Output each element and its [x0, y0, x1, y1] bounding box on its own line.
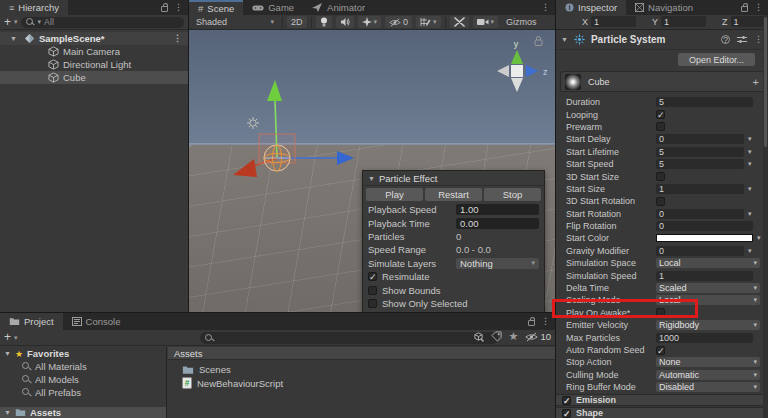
tab-scene[interactable]: # Scene	[189, 0, 243, 15]
start-lifetime-field[interactable]: 5	[656, 147, 744, 157]
effects-dropdown-button[interactable]: ▾	[358, 16, 382, 28]
simulate-layers-dropdown[interactable]: Nothing▾	[456, 258, 539, 269]
start-delay-field[interactable]: 0	[656, 134, 744, 144]
curve-dropdown-caret-icon[interactable]: ▾	[748, 135, 752, 143]
add-module-icon[interactable]: +	[753, 76, 759, 88]
culling-mode-dropdown[interactable]: Automatic▾	[656, 370, 760, 380]
flip-rotation-field[interactable]: 0	[656, 221, 753, 231]
pfx-check-show-bounds[interactable]: Show Bounds	[363, 283, 544, 296]
add-object-button[interactable]: +	[4, 16, 11, 28]
auto-random-seed-checkbox[interactable]: ✓	[656, 346, 665, 355]
hierarchy-item-main-camera[interactable]: Main Camera	[0, 45, 188, 58]
delta-time-dropdown[interactable]: Scaled▾	[656, 283, 760, 293]
color-dropdown-caret-icon[interactable]: ▾	[757, 234, 761, 242]
add-object-caret[interactable]: ▾	[14, 18, 18, 26]
camera-dropdown-button[interactable]: ▾	[473, 16, 499, 28]
tab-console[interactable]: Console	[63, 313, 130, 330]
ring-buffer-mode-dropdown[interactable]: Disabled▾	[656, 382, 760, 392]
gravity-modifier-field[interactable]: 0	[656, 246, 744, 256]
hierarchy-search-input[interactable]: ▾ All	[21, 17, 184, 28]
audio-toggle-button[interactable]	[336, 16, 354, 28]
menu-kebab-icon[interactable]: ⋮	[174, 3, 183, 12]
scene-menu-kebab-icon[interactable]: ⋮	[173, 34, 182, 43]
tab-inspector[interactable]: i Inspector	[556, 0, 626, 15]
shading-mode-dropdown[interactable]: Shaded ▾	[192, 16, 278, 28]
component-menu-kebab-icon[interactable]: ⋮	[754, 35, 763, 44]
help-icon[interactable]: ?	[721, 35, 730, 44]
curve-dropdown-caret-icon[interactable]: ▾	[748, 210, 752, 218]
assets-root-row[interactable]: ▼ Assets	[0, 407, 166, 418]
shape-checkbox[interactable]: ✓	[562, 409, 571, 418]
menu-kebab-icon[interactable]: ⋮	[754, 3, 763, 12]
tab-project[interactable]: Project	[0, 313, 63, 330]
play-button[interactable]: Play	[366, 188, 423, 201]
emission-checkbox[interactable]: ✓	[562, 396, 571, 405]
start-size-field[interactable]: 1	[656, 184, 744, 194]
3d-start-rotation-checkbox[interactable]	[656, 197, 665, 206]
tab-animator[interactable]: Animator	[303, 0, 374, 15]
max-particles-field[interactable]: 1000	[656, 333, 753, 343]
pfx-foldout-icon[interactable]: ▼	[368, 175, 375, 182]
simulation-space-dropdown[interactable]: Local▾	[656, 258, 760, 268]
favorite-all-prefabs[interactable]: All Prefabs	[0, 386, 166, 399]
tab-game[interactable]: Game	[243, 0, 303, 15]
curve-dropdown-caret-icon[interactable]: ▾	[748, 185, 752, 193]
curve-dropdown-caret-icon[interactable]: ▾	[748, 247, 752, 255]
open-editor-button[interactable]: Open Editor...	[678, 53, 755, 66]
component-tools-button[interactable]	[450, 16, 469, 28]
simulation-speed-field[interactable]: 1	[656, 271, 753, 281]
y-field[interactable]: 1	[661, 16, 706, 27]
resimulate-checkbox[interactable]: ✓	[368, 272, 377, 281]
foldout-icon[interactable]: ▼	[10, 35, 17, 42]
presets-icon[interactable]	[737, 35, 747, 44]
hierarchy-scene-row[interactable]: ▼ SampleScene* ⋮	[0, 32, 188, 45]
scrollbar-thumb[interactable]	[764, 17, 767, 147]
project-search-input[interactable]	[200, 332, 498, 344]
prewarm-checkbox[interactable]	[656, 122, 665, 131]
asset-scenes[interactable]: Scenes	[168, 363, 555, 377]
favorite-all-materials[interactable]: All Materials	[0, 360, 166, 373]
show-bounds-checkbox[interactable]	[368, 286, 377, 295]
stop-action-dropdown[interactable]: None▾	[656, 357, 760, 367]
tab-navigation[interactable]: Navigation	[626, 0, 702, 15]
lock-icon[interactable]	[161, 6, 168, 12]
favorites-root[interactable]: ▼ ★ Favorites	[0, 347, 166, 360]
particle-module-header[interactable]: Cube +	[560, 71, 764, 92]
component-foldout-icon[interactable]: ▼	[561, 36, 568, 43]
lock-icon[interactable]	[741, 6, 748, 12]
scene-menu-kebab-icon[interactable]: ⋮	[541, 3, 550, 12]
search-by-label-icon[interactable]	[491, 331, 502, 342]
duration-field[interactable]: 5	[656, 97, 753, 107]
asset-newbehaviourscript[interactable]: #NewBehaviourScript	[168, 377, 555, 391]
looping-checkbox[interactable]: ✓	[656, 110, 665, 119]
gizmos-dropdown[interactable]: Gizmos	[502, 16, 541, 28]
emitter-velocity-dropdown[interactable]: Rigidbody▾	[656, 320, 760, 330]
hierarchy-item-cube[interactable]: Cube	[0, 71, 188, 84]
play-on-awake-checkbox[interactable]	[656, 308, 665, 317]
grid-snap-dropdown-button[interactable]: ▾	[416, 16, 441, 28]
3d-start-size-checkbox[interactable]	[656, 172, 665, 181]
scaling-mode-dropdown[interactable]: Local▾	[656, 295, 760, 305]
show-only-selected-checkbox[interactable]	[368, 299, 377, 308]
favorite-all-models[interactable]: All Models	[0, 373, 166, 386]
hierarchy-item-directional-light[interactable]: Directional Light	[0, 58, 188, 71]
lighting-toggle-button[interactable]	[316, 16, 332, 28]
favorites-star-icon[interactable]: ★	[509, 331, 519, 342]
curve-dropdown-caret-icon[interactable]: ▾	[748, 160, 752, 168]
start-color-swatch[interactable]	[656, 234, 753, 242]
scene-viewport[interactable]: y z ▼ Particle Effect PlayRestartStop Pl…	[189, 30, 555, 312]
particle-system-header[interactable]: ▼ Particle System ? ⋮	[556, 29, 768, 50]
scene-visibility-button[interactable]: 0	[385, 16, 412, 28]
inspector-scrollbar[interactable]	[763, 15, 768, 418]
lock-icon[interactable]	[528, 320, 535, 326]
menu-kebab-icon[interactable]: ⋮	[541, 317, 550, 326]
toggle-2d-button[interactable]: 2D	[287, 16, 307, 28]
search-by-type-icon[interactable]	[473, 331, 484, 342]
create-asset-button[interactable]: +	[4, 331, 11, 343]
curve-dropdown-caret-icon[interactable]: ▾	[748, 148, 752, 156]
restart-button[interactable]: Restart	[425, 188, 482, 201]
pfx-check-resimulate[interactable]: ✓Resimulate	[363, 270, 544, 283]
stop-button[interactable]: Stop	[484, 188, 541, 201]
module-emission[interactable]: ✓Emission	[556, 394, 768, 406]
module-shape[interactable]: ✓Shape	[556, 407, 768, 418]
